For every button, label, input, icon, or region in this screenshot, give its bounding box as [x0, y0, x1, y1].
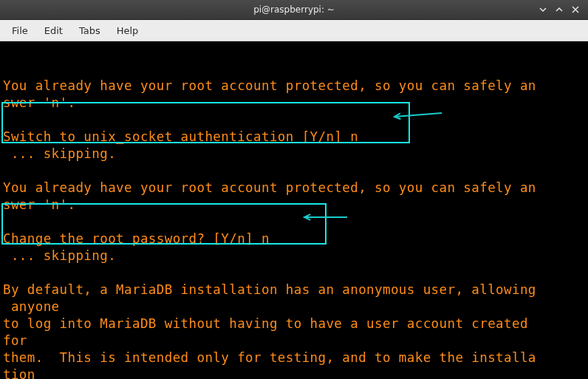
menu-edit[interactable]: Edit	[37, 23, 70, 38]
menu-help[interactable]: Help	[109, 23, 146, 38]
window-controls	[538, 0, 585, 19]
window-title: pi@raspberrypi: ~	[0, 4, 588, 15]
maximize-button[interactable]	[554, 4, 564, 15]
chevron-up-icon	[555, 5, 564, 14]
menu-file[interactable]: File	[4, 23, 35, 38]
close-icon	[571, 5, 580, 14]
window-titlebar: pi@raspberrypi: ~	[0, 0, 588, 20]
chevron-down-icon	[539, 5, 547, 14]
minimize-button[interactable]	[538, 4, 548, 15]
terminal-text: You already have your root account prote…	[3, 61, 536, 380]
menu-tabs[interactable]: Tabs	[72, 23, 108, 38]
close-button[interactable]	[570, 4, 581, 15]
menubar: File Edit Tabs Help	[0, 20, 588, 41]
terminal-area[interactable]: You already have your root account prote…	[0, 41, 588, 379]
